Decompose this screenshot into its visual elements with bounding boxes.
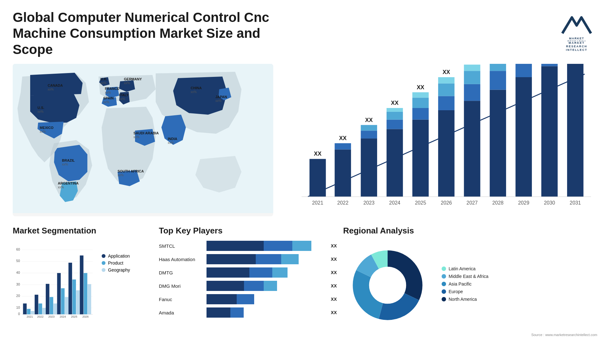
- europe-dot: [442, 289, 446, 294]
- page-title: Global Computer Numerical Control Cnc Ma…: [13, 10, 273, 57]
- svg-text:40: 40: [16, 271, 20, 274]
- svg-point-140: [369, 267, 406, 304]
- svg-text:2023: 2023: [363, 200, 375, 206]
- svg-rect-125: [65, 297, 68, 314]
- svg-rect-124: [61, 288, 64, 314]
- bar-seg2: [237, 294, 254, 304]
- header: Global Computer Numerical Control Cnc Ma…: [13, 10, 597, 57]
- svg-text:xx%: xx%: [48, 88, 54, 91]
- north-america-dot: [442, 297, 446, 301]
- svg-text:XX: XX: [314, 151, 322, 157]
- asia-pacific-dot: [442, 282, 446, 286]
- svg-text:2025: 2025: [415, 200, 426, 206]
- svg-text:GERMANY: GERMANY: [124, 77, 142, 81]
- svg-rect-57: [412, 92, 429, 98]
- player-name: SMTCL: [159, 243, 203, 249]
- bar-seg3: [264, 281, 277, 291]
- legend-north-america: North America: [442, 297, 488, 302]
- svg-rect-60: [438, 110, 454, 197]
- svg-text:xx%: xx%: [118, 173, 124, 177]
- players-table: SMTCL XX Haas Automation: [159, 241, 337, 318]
- bar-seg1: [207, 307, 230, 318]
- svg-text:2027: 2027: [466, 200, 478, 206]
- svg-rect-112: [27, 309, 30, 314]
- player-value: XX: [331, 243, 337, 248]
- svg-text:CHINA: CHINA: [191, 86, 202, 90]
- logo-icon: MARKET RESEARCH: [556, 10, 597, 41]
- player-value: XX: [331, 270, 337, 275]
- middle-east-label: Middle East & Africa: [449, 274, 488, 279]
- segmentation-title: Market Segmentation: [13, 226, 152, 236]
- svg-text:SPAIN: SPAIN: [103, 96, 114, 100]
- svg-text:2026: 2026: [82, 315, 89, 318]
- svg-rect-123: [57, 273, 61, 314]
- player-row: DMG Mori XX: [159, 281, 337, 291]
- latin-america-label: Latin America: [449, 266, 476, 271]
- svg-rect-117: [42, 308, 46, 314]
- svg-text:JAPAN: JAPAN: [215, 95, 227, 99]
- donut-wrapper: Latin America Middle East & Africa Asia …: [343, 241, 597, 330]
- donut-chart: [343, 241, 432, 330]
- segmentation-legend: Application Product Geography: [102, 253, 130, 273]
- growth-chart: XX 2021 XX 2022 XX 2023: [283, 64, 597, 216]
- svg-rect-62: [438, 84, 454, 96]
- bottom-section: Market Segmentation 60 50 40 30 20 10 0: [13, 226, 597, 347]
- svg-rect-74: [490, 64, 506, 71]
- player-value: XX: [331, 310, 337, 315]
- svg-text:FRANCE: FRANCE: [105, 87, 119, 91]
- svg-text:xx%: xx%: [133, 135, 139, 139]
- svg-rect-120: [50, 297, 53, 314]
- svg-text:2026: 2026: [441, 200, 452, 206]
- regional-legend: Latin America Middle East & Africa Asia …: [442, 266, 488, 304]
- geography-label: Geography: [108, 267, 130, 273]
- bar-seg1: [207, 281, 244, 291]
- bar-seg3: [292, 241, 311, 251]
- player-bar: [207, 254, 326, 264]
- svg-rect-54: [412, 120, 429, 197]
- svg-rect-48: [387, 129, 403, 197]
- svg-text:xx%: xx%: [168, 141, 174, 145]
- svg-rect-129: [76, 290, 80, 314]
- svg-rect-55: [412, 108, 429, 120]
- top-section: CANADA xx% U.S. xx% MEXICO xx% BRAZIL xx…: [13, 64, 597, 216]
- svg-rect-43: [361, 138, 377, 197]
- svg-text:U.K.: U.K.: [100, 77, 107, 81]
- svg-rect-90: [567, 64, 583, 197]
- regional-section: Regional Analysis: [343, 226, 597, 347]
- svg-text:XX: XX: [339, 135, 347, 141]
- key-players-title: Top Key Players: [159, 226, 337, 236]
- svg-rect-121: [53, 304, 57, 314]
- player-name: Fanuc: [159, 297, 203, 302]
- svg-rect-131: [80, 255, 83, 314]
- player-value: XX: [331, 283, 337, 288]
- svg-text:xx%: xx%: [124, 81, 130, 85]
- application-dot: [102, 254, 105, 258]
- svg-text:2024: 2024: [389, 200, 400, 206]
- svg-text:2025: 2025: [71, 315, 77, 318]
- svg-text:2024: 2024: [60, 315, 66, 318]
- bar-seg2: [230, 307, 244, 318]
- bar-seg2: [244, 281, 264, 291]
- svg-rect-39: [335, 150, 351, 197]
- svg-text:10: 10: [16, 306, 20, 309]
- svg-text:50: 50: [16, 259, 20, 263]
- player-bar: [207, 281, 326, 291]
- svg-text:2030: 2030: [544, 200, 555, 206]
- player-name: Amada: [159, 310, 203, 315]
- middle-east-dot: [442, 274, 446, 279]
- player-bar: [207, 307, 326, 318]
- svg-text:2023: 2023: [48, 315, 55, 318]
- svg-rect-116: [38, 304, 42, 314]
- svg-text:xx%: xx%: [119, 97, 125, 101]
- source-text: Source : www.marketresearchintellect.com: [343, 333, 597, 337]
- svg-rect-45: [361, 125, 377, 131]
- bar-seg2: [249, 267, 272, 278]
- player-bar: [207, 294, 326, 304]
- svg-text:XX: XX: [391, 100, 399, 106]
- player-row: Haas Automation XX: [159, 254, 337, 264]
- svg-rect-66: [464, 101, 480, 197]
- svg-text:2021: 2021: [312, 200, 323, 206]
- player-name: DMTG: [159, 270, 203, 275]
- application-label: Application: [108, 253, 130, 259]
- logo-area: MARKET RESEARCH MARKET RESEARCH INTELLEC…: [556, 10, 597, 51]
